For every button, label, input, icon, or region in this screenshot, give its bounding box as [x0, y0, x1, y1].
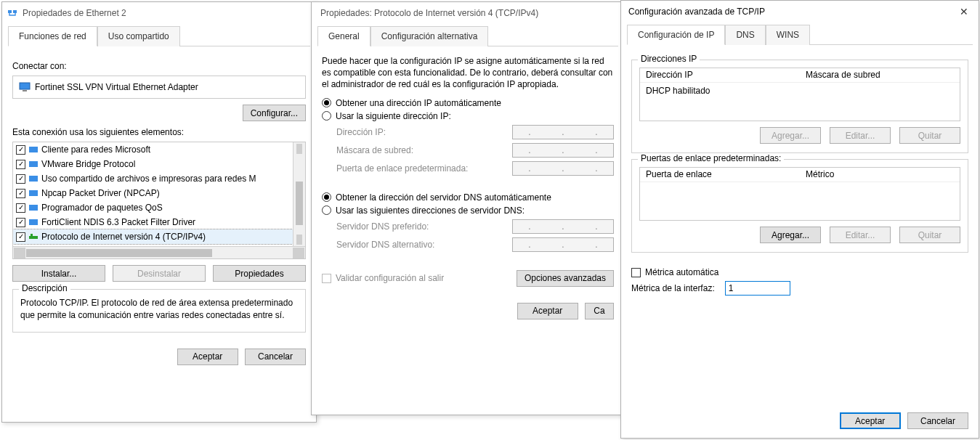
list-item[interactable]: ✓ Programador de paquetes QoS — [13, 200, 293, 215]
ipv4-properties-dialog: Propiedades: Protocolo de Internet versi… — [311, 1, 625, 415]
svg-rect-0 — [8, 10, 12, 13]
dns-preferred-label: Servidor DNS preferido: — [336, 221, 512, 232]
cancel-button[interactable]: Cancelar — [907, 412, 968, 429]
list-item[interactable]: ✓ Uso compartido de archivos e impresora… — [13, 171, 293, 186]
gateway-label: Puerta de enlace predeterminada: — [336, 163, 512, 174]
radio-icon — [322, 192, 331, 202]
checkbox-icon[interactable]: ✓ — [16, 160, 25, 169]
radio-auto-ip[interactable]: Obtener una dirección IP automáticamente — [322, 98, 614, 108]
list-item[interactable]: ✓ Npcap Packet Driver (NPCAP) — [13, 186, 293, 200]
list-item[interactable]: ✓ FortiClient NDIS 6.3 Packet Filter Dri… — [13, 215, 293, 229]
tab-alt-config[interactable]: Configuración alternativa — [370, 26, 489, 46]
scroll-left-arrow-icon[interactable] — [14, 248, 25, 258]
list-item-label: FortiClient NDIS 6.3 Packet Filter Drive… — [41, 217, 195, 227]
vertical-scrollbar[interactable] — [293, 142, 305, 246]
radio-manual-ip[interactable]: Usar la siguiente dirección IP: — [322, 111, 614, 121]
ip-addresses-table[interactable]: Dirección IP Máscara de subred DHCP habi… — [639, 68, 960, 121]
ipv4-content: Puede hacer que la configuración IP se a… — [312, 46, 624, 296]
dns-alt-input: ... — [512, 237, 614, 252]
description-group: Descripción Protocolo TCP/IP. El protoco… — [12, 289, 306, 333]
radio-auto-dns-label: Obtener la dirección del servidor DNS au… — [336, 192, 551, 203]
ok-button[interactable]: Aceptar — [517, 303, 578, 319]
svg-rect-5 — [29, 161, 38, 167]
svg-rect-7 — [29, 190, 38, 196]
radio-icon — [322, 98, 331, 107]
radio-auto-dns[interactable]: Obtener la dirección del servidor DNS au… — [322, 192, 614, 203]
scroll-right-arrow-icon[interactable] — [293, 248, 304, 258]
configure-button[interactable]: Configurar... — [243, 105, 306, 121]
radio-manual-dns[interactable]: Usar las siguientes direcciones de servi… — [322, 205, 614, 216]
auto-metric-row[interactable]: Métrica automática — [631, 267, 968, 277]
auto-metric-label: Métrica automática — [645, 267, 718, 277]
subnet-mask-label: Máscara de subred: — [336, 145, 512, 155]
list-item-label: Programador de paquetes QoS — [41, 203, 163, 213]
list-item-label: Protocolo de Internet versión 4 (TCP/IPv… — [41, 232, 206, 242]
checkbox-icon[interactable]: ✓ — [16, 218, 25, 227]
components-listbox[interactable]: ✓ Cliente para redes Microsoft ✓ VMware … — [12, 142, 306, 259]
list-item[interactable]: ✓ VMware Bridge Protocol — [13, 157, 293, 171]
auto-metric-checkbox[interactable] — [631, 268, 641, 277]
svg-rect-2 — [20, 83, 30, 89]
ethernet-tabstrip: Funciones de red Uso compartido — [8, 25, 310, 46]
svg-rect-1 — [13, 10, 17, 13]
advanced-options-button[interactable]: Opciones avanzadas — [517, 270, 614, 287]
gateways-group: Puertas de enlace predeterminadas: Puert… — [631, 159, 968, 253]
ipv4-tabstrip: General Configuración alternativa — [317, 25, 618, 46]
svg-rect-10 — [29, 236, 38, 239]
advanced-titlebar: Configuración avanzada de TCP/IP ✕ — [621, 1, 979, 23]
description-legend: Descripción — [19, 283, 70, 293]
list-item[interactable]: ✓ Protocolo de Internet versión 4 (TCP/I… — [13, 229, 293, 244]
svg-rect-3 — [23, 90, 27, 91]
cancel-button[interactable]: Ca — [585, 303, 614, 319]
ip-address-input: ... — [512, 125, 614, 139]
cancel-button[interactable]: Cancelar — [245, 349, 306, 365]
svg-rect-9 — [29, 219, 38, 225]
component-icon — [28, 144, 39, 155]
gateways-legend: Puertas de enlace predeterminadas: — [638, 153, 784, 163]
interface-metric-input[interactable] — [725, 281, 790, 296]
list-item-label: Cliente para redes Microsoft — [41, 144, 150, 155]
validate-label: Validar configuración al salir — [336, 273, 444, 283]
component-icon — [28, 232, 39, 242]
tab-general[interactable]: General — [317, 26, 370, 46]
ipv4-helptext: Puede hacer que la configuración IP se a… — [322, 55, 614, 91]
ip-address-label: Dirección IP: — [336, 127, 512, 137]
dhcp-enabled-row: DHCP habilitado — [640, 83, 960, 99]
checkbox-icon[interactable]: ✓ — [16, 145, 25, 155]
checkbox-icon[interactable]: ✓ — [16, 189, 25, 198]
ethernet-content: Conectar con: Fortinet SSL VPN Virtual E… — [2, 46, 316, 341]
svg-rect-11 — [31, 234, 33, 236]
uninstall-button: Desinstalar — [113, 265, 206, 282]
mask-col-header: Máscara de subred — [800, 68, 960, 82]
monitor-icon — [19, 82, 31, 92]
gateway-input: ... — [512, 161, 614, 176]
close-icon[interactable]: ✕ — [954, 4, 974, 19]
checkbox-icon[interactable]: ✓ — [16, 232, 25, 242]
dns-preferred-input: ... — [512, 219, 614, 234]
tab-dns[interactable]: DNS — [725, 25, 765, 45]
tab-network-functions[interactable]: Funciones de red — [8, 26, 97, 46]
tab-wins[interactable]: WINS — [766, 25, 810, 45]
ok-button[interactable]: Aceptar — [177, 349, 238, 365]
install-button[interactable]: Instalar... — [12, 265, 105, 282]
horizontal-scrollbar[interactable] — [13, 246, 305, 258]
checkbox-icon[interactable]: ✓ — [16, 174, 25, 184]
add-gateway-button[interactable]: Agregar... — [760, 227, 821, 243]
tab-ip-config[interactable]: Configuración de IP — [627, 25, 725, 45]
validate-checkbox[interactable] — [322, 274, 331, 283]
ipv4-button-row: Aceptar Ca — [312, 296, 624, 328]
radio-icon — [322, 111, 331, 121]
list-item[interactable]: ✓ Cliente para redes Microsoft — [13, 142, 293, 157]
gateways-table[interactable]: Puerta de enlace Métrico — [639, 167, 960, 221]
edit-ip-button: Editar... — [830, 127, 891, 144]
component-icon — [28, 174, 39, 184]
gw-col-header: Puerta de enlace — [640, 168, 800, 182]
tab-sharing[interactable]: Uso compartido — [97, 26, 180, 46]
list-item-label: Uso compartido de archivos e impresoras … — [41, 174, 256, 184]
checkbox-icon[interactable]: ✓ — [16, 203, 25, 213]
radio-manual-ip-label: Usar la siguiente dirección IP: — [336, 111, 451, 121]
properties-button[interactable]: Propiedades — [213, 265, 306, 282]
remove-gateway-button: Quitar — [899, 227, 960, 243]
ok-button[interactable]: Aceptar — [840, 412, 901, 429]
ip-col-header: Dirección IP — [640, 68, 800, 82]
